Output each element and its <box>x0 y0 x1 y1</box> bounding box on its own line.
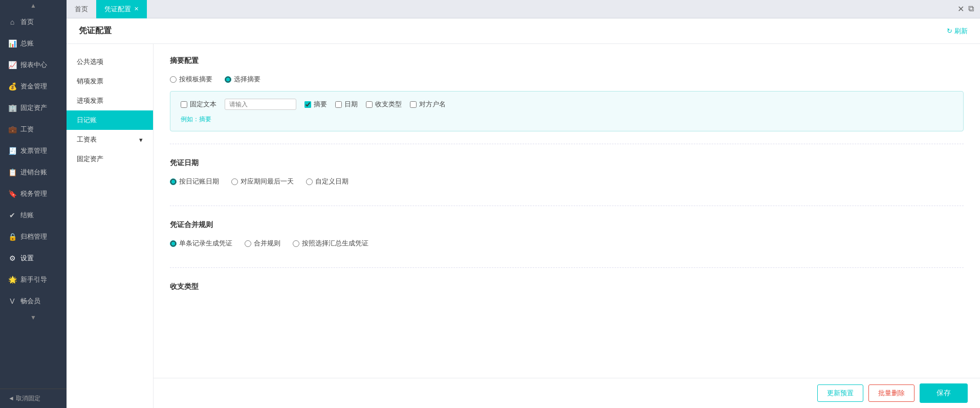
save-button[interactable]: 保存 <box>920 383 968 403</box>
settings-icon: ⚙ <box>8 254 16 262</box>
date-option[interactable]: 日期 <box>335 100 358 109</box>
sidebar-scroll-down[interactable]: ▼ <box>0 312 67 323</box>
left-nav: 公共选项 销项发票 进项发票 日记账 工资表 ▾ 固定资产 <box>67 44 154 408</box>
journal-date-option[interactable]: 按日记账日期 <box>170 177 219 186</box>
tab-home[interactable]: 首页 <box>67 0 96 18</box>
single-record-option[interactable]: 单条记录生成凭证 <box>170 239 232 248</box>
tax-icon: 🔖 <box>8 190 16 198</box>
expand-arrow-icon: ▾ <box>139 136 143 144</box>
summary-template-option[interactable]: 按模板摘要 <box>170 75 212 84</box>
income-expense-title: 收支类型 <box>170 282 964 291</box>
window-close-icon[interactable]: ✕ <box>957 4 964 14</box>
summary-section: 摘要配置 按模板摘要 选择摘要 <box>170 56 964 144</box>
sidebar-item-close[interactable]: ✔ 结账 <box>0 205 67 226</box>
merge-section: 凭证合并规则 单条记录生成凭证 合并规则 <box>170 220 964 268</box>
merge-rule-option[interactable]: 合并规则 <box>245 239 280 248</box>
body-layout: 公共选项 销项发票 进项发票 日记账 工资表 ▾ 固定资产 <box>67 44 980 408</box>
page-title: 凭证配置 <box>79 26 112 36</box>
action-bar: 更新预置 批量删除 保存 <box>154 378 980 408</box>
refresh-icon: ↻ <box>947 27 952 35</box>
custom-date-radio[interactable] <box>306 178 313 185</box>
main-area: 首页 凭证配置 ✕ ✕ ⧉ 凭证配置 ↻ 刷新 公共选项 <box>67 0 980 408</box>
sidebar-item-archive[interactable]: 🔒 归档管理 <box>0 226 67 247</box>
select-merge-option[interactable]: 按照选择汇总生成凭证 <box>293 239 368 248</box>
fixed-text-option[interactable]: 固定文本 <box>181 100 216 109</box>
right-content: 摘要配置 按模板摘要 选择摘要 <box>154 44 980 378</box>
summary-box: 固定文本 摘要 日期 <box>170 91 964 131</box>
sidebar-item-ledger[interactable]: 📊 总账 <box>0 33 67 54</box>
left-nav-sales-invoice[interactable]: 销项发票 <box>67 72 153 91</box>
sidebar-item-guide[interactable]: 🌟 新手引导 <box>0 269 67 290</box>
tab-voucher-config[interactable]: 凭证配置 ✕ <box>96 0 147 18</box>
window-restore-icon[interactable]: ⧉ <box>968 4 974 14</box>
journal-date-radio[interactable] <box>170 178 177 185</box>
merge-rule-radio[interactable] <box>245 240 251 247</box>
pin-icon: ◄ <box>8 395 14 402</box>
purchase-sales-icon: 📋 <box>8 168 16 176</box>
summary-select-option[interactable]: 选择摘要 <box>225 75 260 84</box>
select-merge-radio[interactable] <box>293 240 299 247</box>
date-title: 凭证日期 <box>170 158 964 168</box>
sidebar-scroll-up[interactable]: ▲ <box>0 0 67 11</box>
sidebar-item-fixed-assets[interactable]: 🏢 固定资产 <box>0 97 67 119</box>
salary-icon: 💼 <box>8 125 16 133</box>
summary-select-radio[interactable] <box>225 76 231 83</box>
sidebar-item-reports[interactable]: 📈 报表中心 <box>0 54 67 76</box>
income-expense-section: 收支类型 <box>170 282 964 313</box>
sidebar-item-invoice-mgmt[interactable]: 🧾 发票管理 <box>0 140 67 162</box>
single-record-radio[interactable] <box>170 240 177 247</box>
period-last-option[interactable]: 对应期间最后一天 <box>231 177 294 186</box>
summary-example: 例如：摘要 <box>181 115 953 124</box>
merge-radio-row: 单条记录生成凭证 合并规则 按照选择汇总生成凭证 <box>170 239 964 248</box>
income-expense-option[interactable]: 收支类型 <box>366 100 402 109</box>
counterpart-option[interactable]: 对方户名 <box>410 100 446 109</box>
update-preview-button[interactable]: 更新预置 <box>817 384 863 402</box>
abstract-checkbox[interactable] <box>304 101 311 108</box>
archive-icon: 🔒 <box>8 233 16 241</box>
sidebar-item-tax[interactable]: 🔖 税务管理 <box>0 183 67 205</box>
unpin-button[interactable]: ◄ 取消固定 <box>0 389 67 408</box>
sidebar-item-funds[interactable]: 💰 资金管理 <box>0 76 67 97</box>
left-nav-public[interactable]: 公共选项 <box>67 52 153 72</box>
left-nav-purchase-invoice[interactable]: 进项发票 <box>67 91 153 110</box>
sidebar: ▲ ⌂ 首页 📊 总账 📈 报表中心 💰 资金管理 🏢 固定资产 💼 工资 🧾 … <box>0 0 67 408</box>
fixed-assets-icon: 🏢 <box>8 104 16 112</box>
sidebar-item-home[interactable]: ⌂ 首页 <box>0 11 67 33</box>
reports-icon: 📈 <box>8 61 16 69</box>
left-nav-journal[interactable]: 日记账 <box>67 110 153 130</box>
summary-title: 摘要配置 <box>170 56 964 65</box>
income-expense-checkbox[interactable] <box>366 101 373 108</box>
period-last-radio[interactable] <box>231 178 238 185</box>
merge-title: 凭证合并规则 <box>170 220 964 230</box>
member-icon: V <box>8 297 16 305</box>
sidebar-item-member[interactable]: V 畅会员 <box>0 290 67 312</box>
summary-checkbox-row: 固定文本 摘要 日期 <box>181 99 953 110</box>
home-icon: ⌂ <box>8 18 16 26</box>
batch-delete-button[interactable]: 批量删除 <box>868 384 914 402</box>
funds-icon: 💰 <box>8 82 16 90</box>
invoice-mgmt-icon: 🧾 <box>8 147 16 155</box>
guide-icon: 🌟 <box>8 276 16 284</box>
custom-date-option[interactable]: 自定义日期 <box>306 177 349 186</box>
date-checkbox[interactable] <box>335 101 342 108</box>
tab-close-icon[interactable]: ✕ <box>134 6 139 12</box>
window-controls: ✕ ⧉ <box>957 4 980 14</box>
date-section: 凭证日期 按日记账日期 对应期间最后一天 <box>170 158 964 206</box>
left-nav-fixed-assets[interactable]: 固定资产 <box>67 149 153 169</box>
close-accounts-icon: ✔ <box>8 211 16 219</box>
summary-radio-row: 按模板摘要 选择摘要 <box>170 75 964 84</box>
sidebar-item-settings[interactable]: ⚙ 设置 <box>0 247 67 269</box>
abstract-option[interactable]: 摘要 <box>304 100 327 109</box>
summary-template-radio[interactable] <box>170 76 177 83</box>
page-content: 凭证配置 ↻ 刷新 公共选项 销项发票 进项发票 日记账 <box>67 18 980 408</box>
sidebar-item-salary[interactable]: 💼 工资 <box>0 119 67 140</box>
fixed-text-input[interactable] <box>225 99 296 110</box>
date-radio-row: 按日记账日期 对应期间最后一天 自定义日期 <box>170 177 964 186</box>
fixed-text-checkbox[interactable] <box>181 101 187 108</box>
left-nav-payroll[interactable]: 工资表 ▾ <box>67 130 153 149</box>
refresh-button[interactable]: ↻ 刷新 <box>947 27 968 36</box>
tab-bar: 首页 凭证配置 ✕ ✕ ⧉ <box>67 0 980 18</box>
counterpart-checkbox[interactable] <box>410 101 417 108</box>
page-header: 凭证配置 ↻ 刷新 <box>67 18 980 44</box>
sidebar-item-purchase-sales[interactable]: 📋 进销台账 <box>0 162 67 183</box>
